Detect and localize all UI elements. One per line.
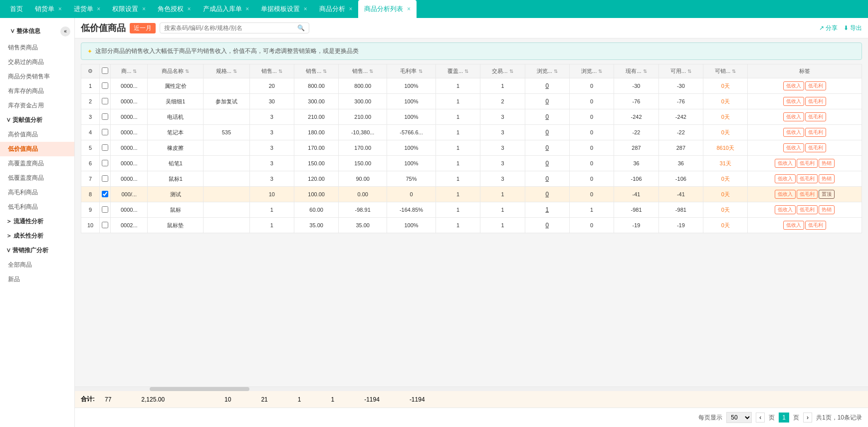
col-sales-amount[interactable]: 销售... ⇅ <box>294 64 338 78</box>
col-settings[interactable]: ⚙ <box>81 64 100 78</box>
row-checkbox-cell[interactable] <box>100 78 111 94</box>
page-size-select[interactable]: 50 100 <box>726 412 752 423</box>
col-coverage[interactable]: 覆盖... ⇅ <box>435 64 480 78</box>
row-trade: 1 <box>480 218 525 233</box>
row-checkbox[interactable] <box>102 206 108 213</box>
nav-goods-analysis[interactable]: 商品分析 × <box>313 0 359 18</box>
row-checkbox[interactable] <box>102 144 108 151</box>
row-checkbox-cell[interactable] <box>100 109 111 125</box>
total-label: 合计: <box>81 395 95 404</box>
col-spec[interactable]: 规格... ⇅ <box>204 64 249 78</box>
nav-home[interactable]: 首页 <box>4 0 29 18</box>
row-checkbox[interactable] <box>102 222 108 228</box>
row-checkbox-cell[interactable] <box>100 171 111 187</box>
browse1-link[interactable]: 1 <box>545 206 549 213</box>
row-browse1[interactable]: 0 <box>525 218 569 233</box>
browse1-link[interactable]: 0 <box>545 98 549 105</box>
export-button[interactable]: ⬇ 导出 <box>844 24 862 32</box>
row-checkbox[interactable] <box>102 129 108 135</box>
col-code[interactable]: 商... ⇅ <box>111 64 148 78</box>
sidebar-item-high-value[interactable]: 高价值商品 <box>0 127 74 142</box>
nav-product-in[interactable]: 产成品入库单 × <box>197 0 255 18</box>
row-browse1[interactable]: 0 <box>525 171 569 187</box>
select-all-checkbox[interactable] <box>102 67 108 74</box>
share-button[interactable]: ↗ 分享 <box>819 24 838 32</box>
col-name[interactable]: 商品名称 ⇅ <box>148 64 204 78</box>
row-checkbox-cell[interactable] <box>100 202 111 218</box>
nav-sales[interactable]: 销货单 × <box>29 0 68 18</box>
sidebar-group-growth[interactable]: ＞ 成长性分析 <box>0 229 74 243</box>
col-trade[interactable]: 交易... ⇅ <box>480 64 525 78</box>
row-checkbox[interactable] <box>102 191 108 197</box>
sidebar-group-liquidity[interactable]: ＞ 流通性分析 <box>0 214 74 229</box>
browse1-link[interactable]: 0 <box>545 129 549 136</box>
row-checkbox-cell[interactable] <box>100 187 111 202</box>
row-checkbox-cell[interactable] <box>100 94 111 109</box>
row-browse1[interactable]: 1 <box>525 202 569 218</box>
prev-page-button[interactable]: ‹ <box>756 413 765 423</box>
row-margin: 100% <box>387 94 436 109</box>
col-browse2[interactable]: 浏览... ⇅ <box>569 64 614 78</box>
sidebar-item-inventory-funds[interactable]: 库存资金占用 <box>0 98 74 113</box>
row-checkbox[interactable] <box>102 160 108 166</box>
col-sales-profit[interactable]: 销售... ⇅ <box>339 64 387 78</box>
sidebar-item-category-sales[interactable]: 商品分类销售率 <box>0 69 74 84</box>
row-checkbox-cell[interactable] <box>100 140 111 156</box>
nav-goods-analysis-list[interactable]: 商品分析列表 × <box>358 0 417 18</box>
sidebar-item-all-goods[interactable]: 全部商品 <box>0 258 74 272</box>
sidebar-item-high-coverage[interactable]: 高覆盖度商品 <box>0 156 74 171</box>
row-browse1[interactable]: 0 <box>525 94 569 109</box>
nav-template[interactable]: 单据模板设置 × <box>255 0 313 18</box>
nav-permission[interactable]: 权限设置 × <box>106 0 152 18</box>
row-browse1[interactable]: 0 <box>525 125 569 140</box>
browse1-link[interactable]: 0 <box>545 82 549 89</box>
sidebar-item-new-goods[interactable]: 新品 <box>0 272 74 287</box>
row-browse1[interactable]: 0 <box>525 78 569 94</box>
row-checkbox-cell[interactable] <box>100 125 111 140</box>
sidebar-item-high-margin[interactable]: 高毛利商品 <box>0 185 74 200</box>
browse1-link[interactable]: 0 <box>545 222 549 229</box>
row-checkbox[interactable] <box>102 113 108 120</box>
sidebar-group-contribution[interactable]: ∨ 贡献值分析 <box>0 113 74 127</box>
next-page-button[interactable]: › <box>803 413 812 423</box>
row-browse1[interactable]: 0 <box>525 109 569 125</box>
col-available[interactable]: 可用... ⇅ <box>658 64 703 78</box>
search-input[interactable] <box>164 24 295 31</box>
row-checkbox[interactable] <box>102 175 108 182</box>
col-browse1[interactable]: 浏览... ⇅ <box>525 64 569 78</box>
col-sellable[interactable]: 可销... ⇅ <box>703 64 748 78</box>
sidebar-group-marketing[interactable]: ∨ 营销推广分析 <box>0 243 74 258</box>
sidebar-item-sales-goods[interactable]: 销售类商品 <box>0 40 74 55</box>
sidebar-item-low-coverage[interactable]: 低覆盖度商品 <box>0 171 74 185</box>
nav-purchase[interactable]: 进货单 × <box>68 0 107 18</box>
current-page-button[interactable]: 1 <box>779 413 789 423</box>
row-browse1[interactable]: 0 <box>525 156 569 171</box>
time-tag-button[interactable]: 近一月 <box>130 23 156 33</box>
row-browse1[interactable]: 0 <box>525 187 569 202</box>
col-sales-qty[interactable]: 销售... ⇅ <box>249 64 294 78</box>
sidebar-item-low-margin[interactable]: 低毛利商品 <box>0 200 74 214</box>
browse1-link[interactable]: 0 <box>545 113 549 120</box>
sidebar: ∨ 整体信息 « 销售类商品 交易过的商品 商品分类销售率 有库存的商品 库存资… <box>0 18 75 427</box>
sidebar-collapse-btn[interactable]: « <box>60 26 70 36</box>
scrollbar[interactable] <box>75 387 868 391</box>
sidebar-group-overall[interactable]: ∨ 整体信息 <box>4 24 60 38</box>
sidebar-item-traded-goods[interactable]: 交易过的商品 <box>0 55 74 69</box>
row-sales-qty: 20 <box>249 78 294 94</box>
col-current[interactable]: 现有... ⇅ <box>614 64 658 78</box>
nav-role[interactable]: 角色授权 × <box>152 0 197 18</box>
row-checkbox-cell[interactable] <box>100 156 111 171</box>
row-checkbox[interactable] <box>102 98 108 104</box>
browse1-link[interactable]: 0 <box>545 160 549 167</box>
sidebar-item-low-value[interactable]: 低价值商品 <box>0 142 74 156</box>
row-checkbox[interactable] <box>102 82 108 89</box>
browse1-link[interactable]: 0 <box>545 144 549 151</box>
browse1-link[interactable]: 0 <box>545 191 549 198</box>
total-browse2: 1 <box>331 396 334 403</box>
row-checkbox-cell[interactable] <box>100 218 111 233</box>
search-box: 🔍 <box>160 22 309 33</box>
sidebar-item-stocked-goods[interactable]: 有库存的商品 <box>0 84 74 98</box>
row-browse1[interactable]: 0 <box>525 140 569 156</box>
browse1-link[interactable]: 0 <box>545 175 549 182</box>
col-margin[interactable]: 毛利率 ⇅ <box>387 64 436 78</box>
